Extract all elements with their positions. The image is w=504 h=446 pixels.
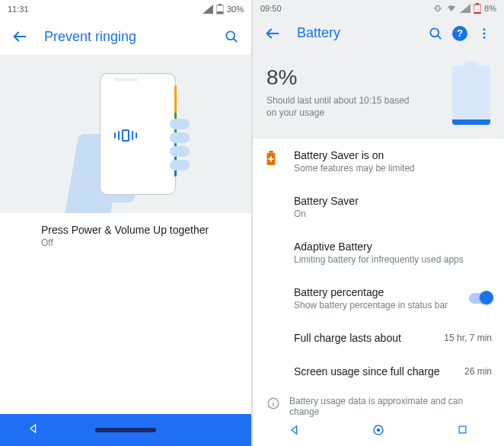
- more-vert-icon: [477, 27, 491, 40]
- nav-recents-icon: [457, 424, 468, 435]
- item-secondary: On: [294, 209, 490, 219]
- status-time: 11:31: [8, 5, 29, 14]
- vibrate-icon: [432, 4, 443, 13]
- footer-note-text: Battery usage data is approximate and ca…: [289, 396, 490, 417]
- svg-rect-20: [269, 151, 273, 153]
- prevent-ringing-item[interactable]: Press Power & Volume Up together Off: [0, 213, 251, 259]
- wifi-icon: [446, 4, 457, 13]
- screen-usage-item[interactable]: Screen usage since full charge 26 min: [253, 355, 504, 388]
- svg-rect-12: [474, 12, 480, 14]
- svg-point-16: [483, 28, 486, 30]
- battery-graphic-icon: [452, 65, 490, 125]
- svg-rect-2: [217, 11, 223, 14]
- footer-note: Battery usage data is approximate and ca…: [253, 388, 504, 417]
- item-primary: Battery Saver: [294, 195, 490, 207]
- back-button[interactable]: [260, 21, 285, 46]
- svg-point-17: [483, 32, 486, 34]
- arrow-back-icon: [264, 25, 281, 42]
- battery-saver-item[interactable]: Battery Saver On: [253, 184, 504, 230]
- item-primary: Press Power & Volume Up together: [41, 224, 238, 236]
- battery-percent: 8%: [266, 65, 446, 90]
- item-trailing: 26 min: [464, 366, 492, 377]
- item-primary: Battery percentage: [294, 286, 490, 298]
- navigation-bar: [0, 414, 251, 446]
- svg-point-25: [273, 400, 274, 402]
- item-secondary: Off: [41, 237, 238, 248]
- navigation-bar: [253, 417, 504, 446]
- svg-marker-6: [30, 425, 36, 433]
- svg-marker-26: [292, 426, 297, 435]
- item-secondary: Limiting battery for infrequently used a…: [294, 254, 490, 265]
- status-battery-text: 30%: [227, 5, 244, 14]
- nav-back-button[interactable]: [289, 424, 301, 439]
- full-charge-item[interactable]: Full charge lasts about 15 hr, 7 min: [253, 321, 504, 355]
- svg-rect-22: [268, 158, 273, 160]
- svg-line-5: [234, 39, 237, 42]
- battery-percentage-item[interactable]: Battery percentage Show battery percenta…: [253, 276, 504, 321]
- status-time: 09:50: [260, 4, 282, 13]
- nav-home-button[interactable]: [372, 423, 385, 440]
- help-icon: ?: [452, 26, 467, 41]
- search-icon: [428, 26, 443, 41]
- item-secondary: Some features may be limited: [294, 163, 490, 174]
- app-bar: Battery ?: [253, 17, 504, 50]
- phone-battery: 09:50 8% Battery ? 8% Should last until …: [253, 0, 504, 446]
- battery-hero[interactable]: 8% Should last until about 10:15 based o…: [253, 50, 504, 139]
- svg-rect-11: [476, 3, 479, 5]
- adaptive-battery-item[interactable]: Adaptive Battery Limiting battery for in…: [253, 230, 504, 276]
- battery-percentage-toggle[interactable]: [469, 293, 492, 304]
- info-icon: [266, 397, 280, 410]
- phone-prevent-ringing: 11:31 30% Prevent ringing: [0, 0, 251, 446]
- nav-home-icon: [372, 423, 385, 437]
- item-trailing: 15 hr, 7 min: [444, 333, 492, 343]
- search-button[interactable]: [219, 24, 244, 49]
- page-title: Prevent ringing: [44, 29, 219, 45]
- status-icons: 8%: [432, 3, 496, 14]
- item-secondary: Show battery percentage in status bar: [294, 300, 490, 311]
- item-primary: Battery Saver is on: [294, 149, 490, 161]
- svg-rect-29: [459, 426, 466, 433]
- nav-back-button[interactable]: [27, 422, 40, 438]
- help-button[interactable]: ?: [448, 21, 472, 46]
- illustration: [0, 55, 251, 213]
- item-primary: Screen usage since full charge: [294, 365, 490, 378]
- battery-icon: [216, 4, 224, 14]
- app-bar: Prevent ringing: [0, 18, 251, 55]
- overflow-button[interactable]: [472, 21, 496, 46]
- svg-rect-7: [436, 5, 439, 11]
- vibrate-icon: [114, 129, 137, 142]
- status-icons: 30%: [203, 4, 244, 14]
- item-primary: Adaptive Battery: [294, 241, 490, 253]
- svg-point-18: [483, 37, 486, 39]
- status-bar: 11:31 30%: [0, 0, 251, 18]
- nav-back-icon: [289, 424, 301, 436]
- nav-recents-button[interactable]: [457, 424, 468, 438]
- signal-icon: [203, 5, 213, 14]
- svg-point-28: [377, 428, 381, 432]
- status-battery-text: 8%: [484, 4, 496, 13]
- nav-back-icon: [27, 422, 40, 435]
- page-title: Battery: [297, 25, 423, 41]
- battery-caption: Should last until about 10:15 based on y…: [266, 94, 419, 119]
- nav-home-button[interactable]: [95, 428, 156, 432]
- signal-icon: [460, 4, 471, 13]
- arrow-back-icon: [11, 28, 28, 45]
- search-icon: [224, 29, 239, 44]
- svg-rect-1: [219, 4, 222, 5]
- battery-saver-banner[interactable]: Battery Saver is on Some features may be…: [253, 139, 504, 184]
- battery-saver-icon: [265, 151, 277, 169]
- search-button[interactable]: [423, 21, 448, 46]
- status-bar: 09:50 8%: [253, 0, 504, 17]
- battery-icon: [474, 3, 481, 14]
- back-button[interactable]: [8, 24, 32, 49]
- svg-line-15: [438, 35, 441, 38]
